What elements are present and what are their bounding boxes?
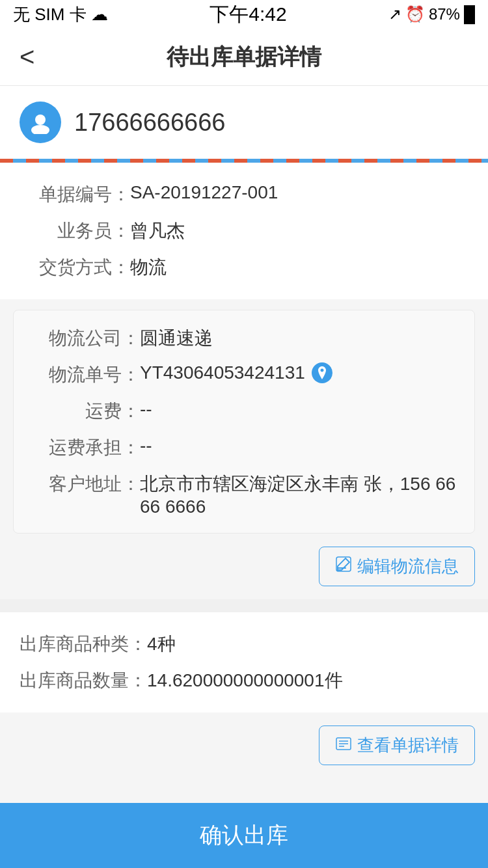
doc-number-row: 单据编号： SA-20191227-001: [20, 182, 468, 207]
logistics-tracking-label: 物流单号：: [29, 362, 140, 387]
goods-quantity-value: 14.620000000000001件: [147, 668, 468, 693]
goods-types-label: 出库商品种类：: [20, 632, 147, 657]
avatar: [20, 102, 61, 143]
confirm-button-label: 确认出库: [200, 821, 288, 850]
basic-info-section: 单据编号： SA-20191227-001 业务员： 曾凡杰 交货方式： 物流: [0, 163, 488, 299]
svg-point-1: [31, 125, 49, 134]
freight-bearer-row: 运费承担： --: [29, 435, 459, 460]
logistics-tracking-value: YT43064053424131: [140, 362, 459, 383]
address-value: 北京市市辖区海淀区永丰南 张，156 6666 6666: [140, 472, 459, 517]
status-right: ↗ ⏰ 87% █: [388, 5, 475, 23]
battery-level: 87%: [429, 5, 460, 23]
doc-number-value: SA-20191227-001: [130, 182, 468, 203]
goods-types-value: 4种: [147, 632, 468, 657]
view-detail-button[interactable]: 查看单据详情: [319, 726, 475, 765]
logistics-company-row: 物流公司： 圆通速递: [29, 326, 459, 351]
section-separator: [0, 599, 488, 612]
map-location-icon[interactable]: [312, 362, 332, 383]
customer-header: 17666666666: [0, 86, 488, 159]
nav-bar: < 待出库单据详情: [0, 29, 488, 86]
freight-label: 运费：: [29, 399, 140, 424]
status-time: 下午4:42: [210, 1, 286, 28]
freight-bearer-label: 运费承担：: [29, 435, 140, 460]
freight-bearer-value: --: [140, 435, 459, 456]
salesman-value: 曾凡杰: [130, 219, 468, 243]
edit-icon: [335, 556, 352, 577]
customer-phone: 17666666666: [74, 109, 225, 137]
view-detail-label: 查看单据详情: [357, 734, 459, 757]
logistics-company-value: 圆通速递: [140, 326, 459, 351]
svg-point-0: [35, 115, 46, 125]
confirm-button[interactable]: 确认出库: [0, 803, 488, 868]
list-icon: [335, 735, 352, 755]
doc-number-label: 单据编号：: [20, 182, 130, 207]
edit-logistics-button[interactable]: 编辑物流信息: [319, 547, 475, 586]
status-bar: 无 SIM 卡 ☁ 下午4:42 ↗ ⏰ 87% █: [0, 0, 488, 29]
edit-logistics-label: 编辑物流信息: [357, 555, 459, 578]
goods-quantity-row: 出库商品数量： 14.620000000000001件: [20, 668, 468, 693]
view-detail-area: 查看单据详情: [0, 726, 475, 765]
salesman-label: 业务员：: [20, 219, 130, 243]
logistics-tracking-row: 物流单号： YT43064053424131: [29, 362, 459, 387]
battery-icon: █: [464, 5, 475, 23]
sim-status: 无 SIM 卡 ☁: [13, 3, 108, 26]
delivery-method-label: 交货方式：: [20, 255, 130, 280]
delivery-method-value: 物流: [130, 255, 468, 280]
delivery-method-row: 交货方式： 物流: [20, 255, 468, 280]
logistics-company-label: 物流公司：: [29, 326, 140, 351]
salesman-row: 业务员： 曾凡杰: [20, 219, 468, 243]
freight-row: 运费： --: [29, 399, 459, 424]
goods-section: 出库商品种类： 4种 出库商品数量： 14.620000000000001件: [0, 612, 488, 712]
address-label: 客户地址：: [29, 472, 140, 496]
location-status-icon: ↗: [388, 5, 401, 23]
status-left: 无 SIM 卡 ☁: [13, 3, 108, 26]
goods-quantity-label: 出库商品数量：: [20, 668, 147, 693]
edit-logistics-area: 编辑物流信息: [0, 547, 475, 586]
alarm-icon: ⏰: [405, 5, 425, 23]
goods-types-row: 出库商品种类： 4种: [20, 632, 468, 657]
svg-rect-3: [336, 557, 351, 571]
page-title: 待出库单据详情: [167, 42, 321, 72]
address-row: 客户地址： 北京市市辖区海淀区永丰南 张，156 6666 6666: [29, 472, 459, 517]
logistics-card: 物流公司： 圆通速递 物流单号： YT43064053424131 运费： --…: [13, 310, 475, 534]
freight-value: --: [140, 399, 459, 420]
back-button[interactable]: <: [20, 42, 34, 72]
